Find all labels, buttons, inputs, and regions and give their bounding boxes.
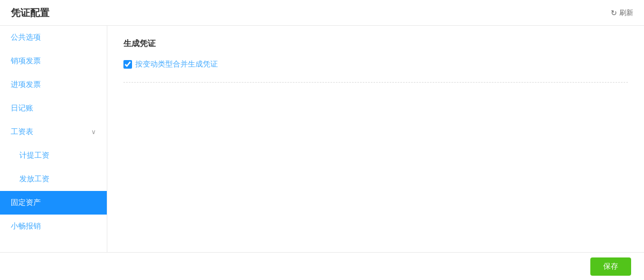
sidebar-item-sales-invoice[interactable]: 销项发票 [0,49,107,73]
refresh-label: 刷新 [619,8,633,18]
checkbox-label: 按变动类型合并生成凭证 [135,60,218,69]
sidebar-item-label-payroll-issue: 发放工资 [19,174,49,184]
section-divider [123,82,628,83]
save-button[interactable]: 保存 [590,257,631,276]
refresh-icon: ↻ [611,9,617,17]
chevron-down-icon: ∨ [91,128,96,136]
sidebar-item-label-journal: 日记账 [11,104,33,113]
sidebar-item-label-expense: 小畅报销 [11,222,41,231]
checkbox-row: 按变动类型合并生成凭证 [123,60,628,69]
sidebar-item-payroll[interactable]: 工资表∨ [0,120,107,144]
sidebar-item-purchase-invoice[interactable]: 进项发票 [0,73,107,97]
sidebar-item-public[interactable]: 公共选项 [0,26,107,49]
sidebar-item-label-payroll-calc: 计提工资 [19,151,49,160]
sidebar-item-journal[interactable]: 日记账 [0,97,107,120]
page-footer: 保存 [0,252,644,280]
sidebar-item-expense[interactable]: 小畅报销 [0,215,107,238]
content-area: 生成凭证 按变动类型合并生成凭证 [107,26,644,252]
merge-checkbox[interactable] [123,60,132,69]
sidebar-item-fixed-assets[interactable]: 固定资产 [0,191,107,215]
section-title: 生成凭证 [123,39,628,49]
sidebar-item-label-fixed-assets: 固定资产 [11,198,41,208]
page-title: 凭证配置 [11,6,49,19]
checkbox-wrapper[interactable]: 按变动类型合并生成凭证 [123,60,218,69]
sidebar: 公共选项销项发票进项发票日记账工资表∨计提工资发放工资固定资产小畅报销 [0,26,107,252]
page-header: 凭证配置 ↻ 刷新 [0,0,644,26]
refresh-button[interactable]: ↻ 刷新 [611,8,633,18]
sidebar-item-payroll-calc[interactable]: 计提工资 [0,144,107,167]
main-layout: 公共选项销项发票进项发票日记账工资表∨计提工资发放工资固定资产小畅报销 生成凭证… [0,26,644,252]
sidebar-item-label-payroll: 工资表 [11,127,33,137]
sidebar-item-label-public: 公共选项 [11,33,41,42]
page-container: 凭证配置 ↻ 刷新 公共选项销项发票进项发票日记账工资表∨计提工资发放工资固定资… [0,0,644,280]
sidebar-item-label-sales-invoice: 销项发票 [11,56,41,66]
sidebar-item-payroll-issue[interactable]: 发放工资 [0,167,107,191]
sidebar-item-label-purchase-invoice: 进项发票 [11,80,41,90]
